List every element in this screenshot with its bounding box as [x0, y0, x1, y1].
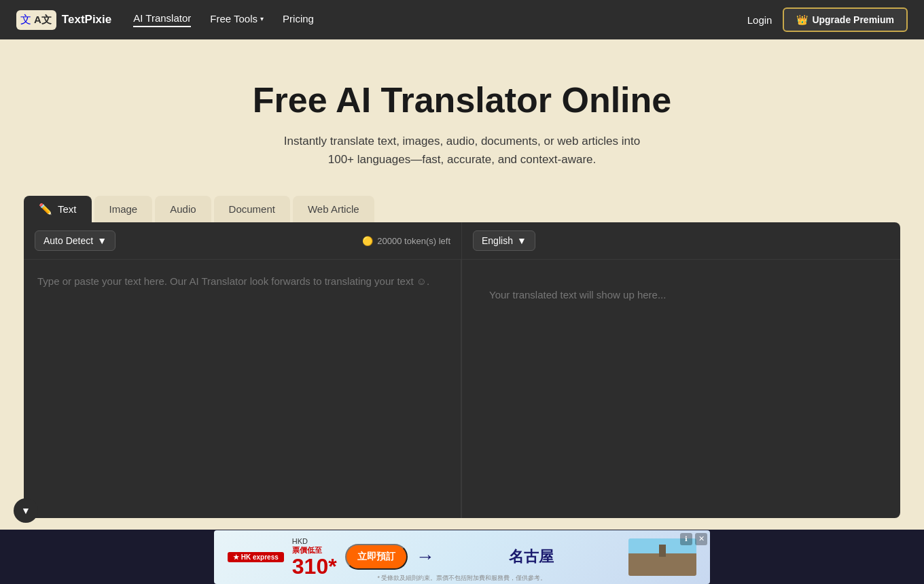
ad-price-section: HKD 票價低至 310* [292, 537, 337, 577]
tab-text[interactable]: ✏️ Text [24, 196, 92, 222]
token-icon: 🟡 [362, 236, 373, 246]
source-text-input[interactable] [37, 273, 447, 498]
nav-right: Login 👑 Upgrade Premium [747, 7, 908, 32]
crown-icon: 👑 [796, 14, 808, 25]
logo-link[interactable]: 文 A文 TextPixie [16, 10, 111, 30]
nav-ai-translator[interactable]: AI Translator [133, 12, 191, 27]
dropdown-arrow-icon: ▼ [517, 235, 527, 246]
ad-destination-text: 名古屋 [509, 547, 554, 567]
nav-links: AI Translator Free Tools ▾ Pricing [133, 12, 725, 27]
hero-section: Free AI Translator Online Instantly tran… [0, 39, 924, 196]
target-lang-row: English ▼ [462, 222, 900, 260]
hero-title: Free AI Translator Online [14, 80, 910, 121]
logo-icon: 文 [20, 13, 31, 27]
ad-price: 310* [292, 555, 337, 577]
ad-currency: HKD [292, 537, 337, 545]
source-column: Auto Detect ▼ 🟡 20000 token(s) left [24, 222, 462, 518]
login-button[interactable]: Login [747, 14, 772, 26]
brand-name: TextPixie [62, 13, 111, 27]
ad-close-button[interactable]: ✕ [695, 533, 707, 545]
upgrade-button[interactable]: 👑 Upgrade Premium [783, 7, 908, 32]
logo-box: 文 A文 [16, 10, 56, 30]
ad-cta-button[interactable]: 立即預訂 [345, 544, 408, 570]
output-text: Your translated text will show up here..… [476, 273, 887, 317]
tab-web-article[interactable]: Web Article [293, 196, 374, 222]
ad-inner: ★ HK express HKD 票價低至 310* 立即預訂 → 名古屋 [228, 537, 696, 577]
expand-button[interactable]: ▼ [14, 498, 38, 523]
ad-arrow: → [416, 546, 435, 568]
token-info: 🟡 20000 token(s) left [362, 236, 450, 246]
translator-container: ✏️ Text Image Audio Document Web Article… [10, 196, 914, 518]
tab-image[interactable]: Image [94, 196, 153, 222]
ad-logo-section: ★ HK express [228, 552, 284, 562]
panels-wrapper: Auto Detect ▼ 🟡 20000 token(s) left Eng [24, 222, 900, 518]
dropdown-arrow-icon: ▾ [260, 15, 264, 22]
ad-cta-label: 立即預訂 [357, 551, 395, 562]
ad-destination: 名古屋 [443, 547, 620, 567]
target-language-select[interactable]: English ▼ [473, 230, 535, 251]
token-count: 20000 token(s) left [377, 236, 450, 246]
castle-base [652, 555, 673, 576]
output-panel: Your translated text will show up here..… [462, 260, 900, 518]
nav-free-tools[interactable]: Free Tools ▾ [210, 13, 264, 27]
tab-audio[interactable]: Audio [155, 196, 211, 222]
pencil-icon: ✏️ [39, 203, 52, 216]
chevron-down-icon: ▼ [21, 505, 31, 516]
logo-text: A文 [34, 14, 52, 27]
dropdown-arrow-icon: ▼ [97, 235, 107, 246]
nav-pricing[interactable]: Pricing [283, 13, 314, 27]
ad-info-button[interactable]: ℹ [680, 533, 692, 545]
castle-tower [659, 545, 666, 557]
source-input-panel [24, 260, 461, 518]
navigation: 文 A文 TextPixie AI Translator Free Tools … [0, 0, 924, 39]
ad-banner: ★ HK express HKD 票價低至 310* 立即預訂 → 名古屋 ℹ … [0, 530, 924, 584]
translator-panel: Auto Detect ▼ 🟡 20000 token(s) left Eng [24, 222, 900, 518]
tab-document[interactable]: Document [214, 196, 290, 222]
ad-disclaimer: * 受條款及細則約束。票價不包括附加費和服務費，僅供參考。 [377, 574, 546, 583]
upgrade-label: Upgrade Premium [812, 14, 894, 25]
target-column: English ▼ Your translated text will show… [462, 222, 900, 518]
tabs: ✏️ Text Image Audio Document Web Article [24, 196, 900, 222]
source-language-select[interactable]: Auto Detect ▼ [35, 230, 116, 251]
source-lang-row: Auto Detect ▼ 🟡 20000 token(s) left [24, 222, 461, 260]
hero-subtitle: Instantly translate text, images, audio,… [224, 132, 700, 169]
ad-logo: ★ HK express [228, 552, 284, 562]
